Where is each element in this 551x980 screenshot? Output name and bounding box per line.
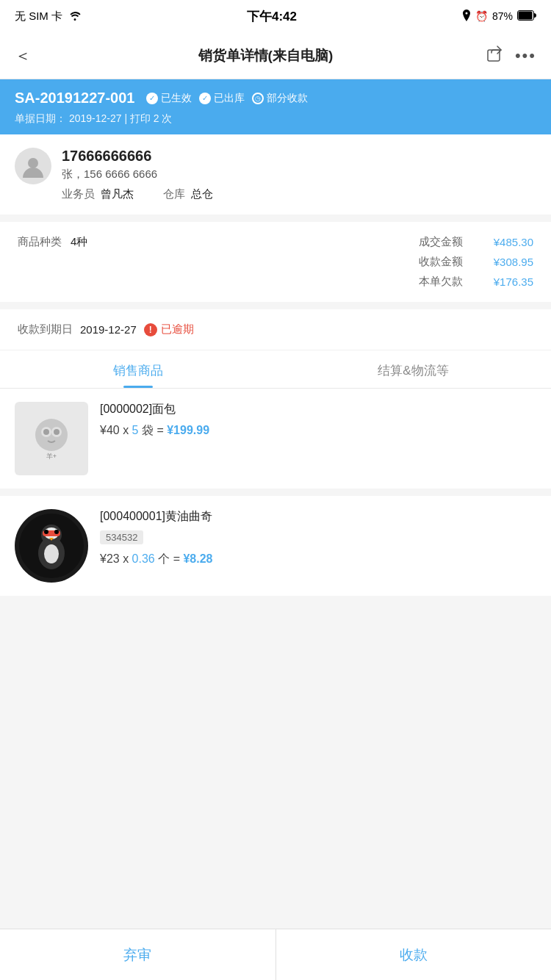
svg-point-15 [44,530,48,534]
product-name-1: [0000002]面包 [100,402,536,417]
salesperson-info: 业务员 曾凡杰 [62,187,134,201]
check-icon-1: ✓ [146,93,158,104]
product-price-2: ¥23 x 0.36 个 = ¥8.28 [100,552,536,567]
warehouse-info: 仓库 总仓 [163,187,213,201]
status-partial-payment: ◷ 部分收款 [252,92,308,105]
nav-actions: ••• [487,46,536,65]
customer-id: 17666666666 [62,148,536,165]
svg-point-17 [44,544,59,563]
svg-point-8 [54,429,60,435]
status-left: 无 SIM 卡 [15,10,82,24]
collect-payment-button[interactable]: 收款 [276,929,552,980]
order-header-top: SA-20191227-001 ✓ 已生效 ✓ 已出库 ◷ 部分收款 [15,90,536,107]
customer-meta: 业务员 曾凡杰 仓库 总仓 [62,187,536,201]
status-shipped: ✓ 已出库 [199,92,245,105]
owed-stat: 本单欠款 ¥176.35 [419,275,533,289]
overdue-text: 已逾期 [161,323,194,336]
amount-stat: 成交金额 ¥485.30 [419,235,533,249]
tab-sales-products[interactable]: 销售商品 [0,350,276,388]
customer-card: 17666666666 张，156 6666 6666 业务员 曾凡杰 仓库 总… [0,134,551,215]
products-list: 羊+ [0000002]面包 ¥40 x 5 袋 = ¥199.99 [0,389,551,596]
order-header-banner: SA-20191227-001 ✓ 已生效 ✓ 已出库 ◷ 部分收款 单据日期：… [0,79,551,134]
product-sku-2: 534532 [100,530,143,544]
status-bar: 无 SIM 卡 下午4:42 ⏰ 87% [0,0,551,32]
tabs-container: 销售商品 结算&物流等 [0,350,551,389]
customer-name-phone: 张，156 6666 6666 [62,167,536,181]
back-button[interactable]: ＜ [15,45,44,67]
battery-label: 87% [492,10,513,22]
bottom-bar: 弃审 收款 [0,929,551,980]
stats-right: 成交金额 ¥485.30 收款金额 ¥308.95 本单欠款 ¥176.35 [419,235,533,289]
location-icon [462,10,471,24]
product-item: 羊+ [0000002]面包 ¥40 x 5 袋 = ¥199.99 [0,389,551,489]
received-stat: 收款金额 ¥308.95 [419,255,533,269]
cancel-review-button[interactable]: 弃审 [0,929,276,980]
overdue-icon: ! [144,323,157,336]
tab-settlement-logistics[interactable]: 结算&物流等 [276,350,551,388]
product-details-1: [0000002]面包 ¥40 x 5 袋 = ¥199.99 [100,402,536,475]
customer-avatar [15,148,51,184]
check-icon-2: ✓ [199,93,211,104]
order-status-tags: ✓ 已生效 ✓ 已出库 ◷ 部分收款 [146,92,308,105]
stats-left: 商品种类 4种 [18,235,87,289]
product-price-1: ¥40 x 5 袋 = ¥199.99 [100,423,536,439]
svg-point-3 [28,158,38,168]
product-types-stat: 商品种类 4种 [18,235,87,249]
order-id: SA-20191227-001 [15,90,134,107]
svg-rect-2 [488,50,500,61]
alarm-icon: ⏰ [475,10,488,22]
clock-icon: ◷ [252,93,264,104]
more-button[interactable]: ••• [515,46,536,65]
product-image-2 [15,509,88,583]
svg-rect-1 [518,11,532,19]
svg-point-16 [54,530,59,534]
svg-point-7 [43,429,49,435]
share-button[interactable] [487,46,503,65]
product-name-2: [000400001]黄油曲奇 [100,509,536,525]
overdue-badge: ! 已逾期 [144,321,194,338]
bottom-spacer [0,603,551,662]
page-title: 销货单详情(来自电脑) [44,46,487,65]
wifi-icon [68,10,82,23]
product-details-2: [000400001]黄油曲奇 534532 ¥23 x 0.36 个 = ¥8… [100,509,536,583]
status-time: 下午4:42 [247,8,297,25]
carrier-label: 无 SIM 卡 [15,10,62,24]
svg-point-4 [35,419,68,451]
product-image-1: 羊+ [15,402,88,475]
order-date-info: 单据日期： 2019-12-27 | 打印 2 次 [15,112,536,126]
stats-section: 商品种类 4种 成交金额 ¥485.30 收款金额 ¥308.95 本单欠款 ¥… [0,222,551,302]
product-item-2: [000400001]黄油曲奇 534532 ¥23 x 0.36 个 = ¥8… [0,496,551,596]
battery-icon [517,10,536,23]
due-date-section: 收款到期日 2019-12-27 ! 已逾期 [0,309,551,350]
status-activated: ✓ 已生效 [146,92,192,105]
svg-text:羊+: 羊+ [46,453,57,460]
nav-bar: ＜ 销货单详情(来自电脑) ••• [0,32,551,79]
customer-info: 17666666666 张，156 6666 6666 业务员 曾凡杰 仓库 总… [62,148,536,201]
status-right: ⏰ 87% [462,10,536,24]
